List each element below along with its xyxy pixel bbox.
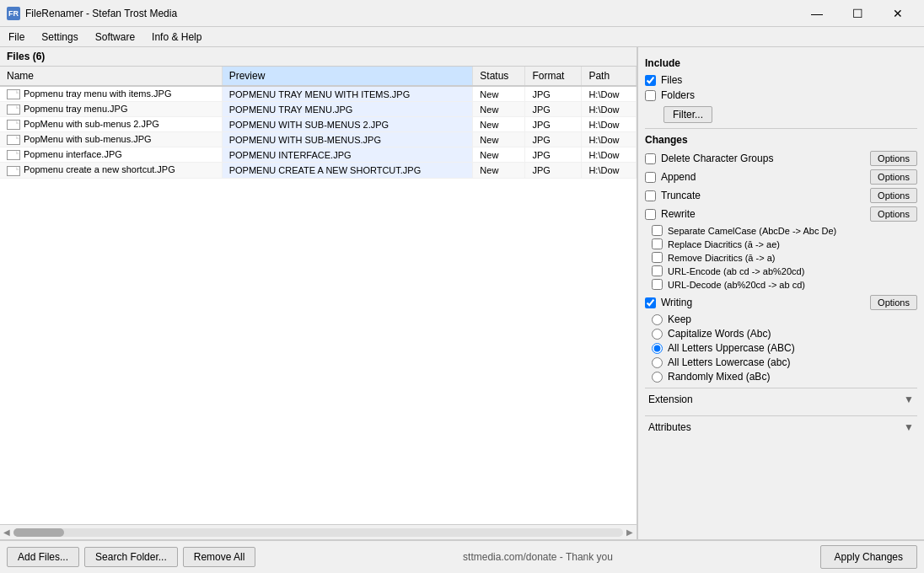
writing-radio-4[interactable]: [652, 372, 663, 383]
cell-name: Popmenu tray menu.JPG: [0, 102, 222, 117]
sub-checkbox-0[interactable]: [652, 225, 663, 236]
cell-path: H:\Dow: [582, 102, 637, 117]
cell-status: New: [473, 163, 525, 178]
change-row-left: Truncate: [645, 190, 870, 201]
table-row[interactable]: Popmenu interface.JPG POPMENU INTERFACE.…: [0, 147, 637, 163]
col-path[interactable]: Path: [582, 67, 637, 86]
sub-label-1[interactable]: Replace Diacritics (ā -> ae): [668, 239, 780, 249]
files-table: Name Preview Status Format Path Popmenu …: [0, 67, 637, 179]
sub-checkbox-4[interactable]: [652, 279, 663, 290]
menu-info-help[interactable]: Info & Help: [143, 27, 210, 47]
file-table[interactable]: Name Preview Status Format Path Popmenu …: [0, 67, 637, 524]
change-checkbox-1[interactable]: [645, 172, 656, 183]
add-files-button[interactable]: Add Files...: [7, 547, 79, 567]
close-button[interactable]: ✕: [878, 0, 917, 27]
sub-label-3[interactable]: URL-Encode (ab cd -> ab%20cd): [668, 266, 804, 276]
extension-row[interactable]: Extension ▼: [645, 388, 917, 410]
files-label[interactable]: Files: [661, 74, 682, 86]
change-item-row: Delete Character Groups Options: [645, 151, 917, 166]
table-row[interactable]: Popmenu create a new shortcut.JPG POPMEN…: [0, 163, 637, 178]
writing-section: Writing Options Keep Capitalize Words (A…: [645, 295, 917, 383]
scrollbar-thumb[interactable]: [13, 528, 64, 537]
col-status[interactable]: Status: [473, 67, 525, 86]
col-preview[interactable]: Preview: [222, 67, 473, 86]
change-checkbox-3[interactable]: [645, 209, 656, 220]
right-panel: Include Files Folders Filter... Chang: [637, 47, 924, 539]
writing-radio-0[interactable]: [652, 314, 663, 325]
sub-checkbox-1[interactable]: [652, 238, 663, 249]
writing-radio-label-3[interactable]: All Letters Lowercase (abc): [668, 356, 790, 368]
folders-checkbox[interactable]: [645, 90, 656, 101]
file-rows: Popmenu tray menu with items.JPG POPMENU…: [0, 86, 637, 178]
radio-row: Capitalize Words (Abc): [652, 328, 917, 340]
sub-label-2[interactable]: Remove Diacritics (ā -> a): [668, 253, 775, 263]
table-row[interactable]: PopMenu with sub-menus.JPG POPMENU WITH …: [0, 132, 637, 147]
content-area: Files (6) Name Preview Status Format Pat…: [0, 47, 924, 539]
bottom-left: Add Files... Search Folder... Remove All: [7, 547, 255, 567]
attributes-chevron-down-icon: ▼: [904, 421, 914, 433]
bottom-bar: Add Files... Search Folder... Remove All…: [0, 539, 924, 573]
minimize-button[interactable]: —: [798, 0, 836, 27]
radio-options: Keep Capitalize Words (Abc) All Letters …: [645, 313, 917, 383]
writing-header-left: Writing: [645, 297, 692, 308]
writing-radio-label-4[interactable]: Randomly Mixed (aBc): [668, 371, 770, 383]
files-checkbox[interactable]: [645, 75, 656, 86]
table-row[interactable]: PopMenu with sub-menus 2.JPG POPMENU WIT…: [0, 117, 637, 132]
horizontal-scrollbar[interactable]: ◀ ▶: [0, 524, 637, 539]
sub-check-row: Replace Diacritics (ā -> ae): [652, 238, 917, 249]
divider-1: [645, 128, 917, 129]
col-format[interactable]: Format: [525, 67, 582, 86]
change-row-left: Append: [645, 171, 870, 183]
folders-label[interactable]: Folders: [661, 89, 695, 101]
menu-software[interactable]: Software: [87, 27, 143, 47]
remove-all-button[interactable]: Remove All: [183, 547, 256, 567]
writing-label[interactable]: Writing: [661, 297, 692, 308]
cell-name: PopMenu with sub-menus 2.JPG: [0, 117, 222, 132]
writing-radio-label-0[interactable]: Keep: [668, 313, 691, 325]
writing-checkbox[interactable]: [645, 297, 656, 308]
menu-file[interactable]: File: [0, 27, 33, 47]
change-options-button-0[interactable]: Options: [870, 151, 917, 166]
sub-checkbox-2[interactable]: [652, 252, 663, 263]
change-item-row: Rewrite Options: [645, 206, 917, 222]
sub-checkbox-3[interactable]: [652, 265, 663, 276]
change-checkbox-0[interactable]: [645, 153, 656, 164]
change-label-2[interactable]: Truncate: [661, 190, 701, 201]
change-options-button-1[interactable]: Options: [870, 169, 917, 185]
attributes-row[interactable]: Attributes ▼: [645, 415, 917, 438]
change-options-button-2[interactable]: Options: [870, 188, 917, 203]
col-name[interactable]: Name: [0, 67, 222, 86]
writing-radio-label-1[interactable]: Capitalize Words (Abc): [668, 328, 771, 340]
writing-radio-2[interactable]: [652, 343, 663, 354]
change-checkbox-2[interactable]: [645, 190, 656, 201]
menu-settings[interactable]: Settings: [33, 27, 86, 47]
filter-button[interactable]: Filter...: [663, 106, 712, 123]
table-row[interactable]: Popmenu tray menu.JPG POPMENU TRAY MENU.…: [0, 102, 637, 117]
maximize-button[interactable]: ☐: [838, 0, 877, 27]
change-row-left: Delete Character Groups: [645, 153, 870, 164]
scrollbar-track[interactable]: [13, 528, 623, 537]
cell-preview: POPMENU WITH SUB-MENUS.JPG: [222, 132, 473, 147]
change-label-3[interactable]: Rewrite: [661, 208, 696, 220]
change-label-1[interactable]: Append: [661, 171, 696, 183]
status-text: sttmedia.com/donate - Thank you: [463, 551, 613, 563]
writing-options-button[interactable]: Options: [870, 295, 917, 310]
titlebar-left: FR FileRenamer - Stefan Trost Media: [7, 7, 177, 20]
cell-status: New: [473, 86, 525, 102]
writing-header: Writing Options: [645, 295, 917, 310]
change-options-button-3[interactable]: Options: [870, 206, 917, 222]
table-row[interactable]: Popmenu tray menu with items.JPG POPMENU…: [0, 86, 637, 102]
writing-radio-3[interactable]: [652, 357, 663, 368]
sub-label-0[interactable]: Separate CamelCase (AbcDe -> Abc De): [668, 226, 836, 236]
change-rows: Delete Character Groups Options Append O…: [645, 151, 917, 222]
sub-label-4[interactable]: URL-Decode (ab%20cd -> ab cd): [668, 280, 805, 290]
search-folder-button[interactable]: Search Folder...: [84, 547, 178, 567]
writing-radio-1[interactable]: [652, 329, 663, 340]
cell-path: H:\Dow: [582, 163, 637, 178]
apply-changes-button[interactable]: Apply Changes: [820, 545, 917, 569]
cell-status: New: [473, 132, 525, 147]
writing-radio-label-2[interactable]: All Letters Uppercase (ABC): [668, 342, 795, 354]
menubar: File Settings Software Info & Help: [0, 27, 924, 47]
folders-check-row: Folders: [645, 89, 917, 101]
change-label-0[interactable]: Delete Character Groups: [661, 153, 773, 164]
